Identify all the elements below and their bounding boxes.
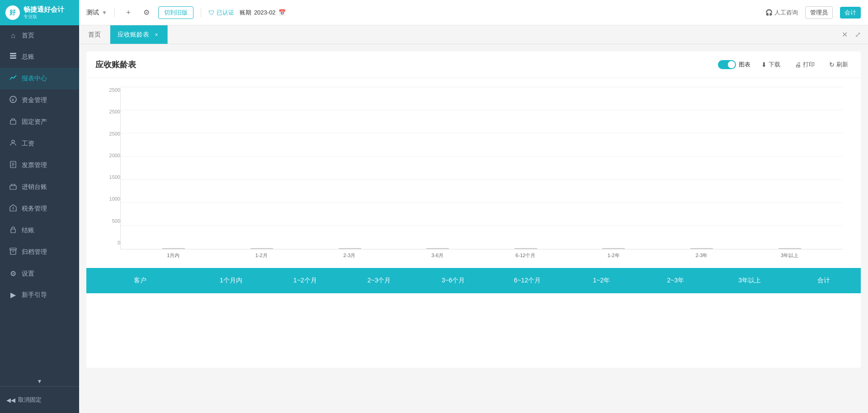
sidebar-item-assets[interactable]: 固定资产 [0,111,79,133]
tab-home[interactable]: 首页 [79,25,110,44]
report-header: 应收账龄表 图表 ⬇ 下载 🖨 [86,52,861,78]
sidebar-item-ledger[interactable]: 总账 [0,46,79,68]
th-2-3month: 2~3个月 [342,277,416,285]
x-label-1: 1月内 [129,252,217,259]
sidebar-item-invoice[interactable]: 发票管理 [0,155,79,176]
sidebar-logo: 好 畅捷通好会计 专业版 [0,0,79,25]
reports-icon [9,74,17,83]
add-button[interactable]: ＋ [122,6,135,19]
bar-1month [162,248,185,249]
payroll-icon [9,139,17,148]
scroll-down-indicator: ▼ [0,376,79,386]
tab-bar-actions: ✕ ⤢ [840,28,868,41]
chart-inner: 2500 2500 2500 2000 1500 1000 500 0 [100,87,843,259]
sidebar-item-home[interactable]: ⌂ 首页 [0,25,79,46]
sidebar-item-settings[interactable]: ⚙ 设置 [0,263,79,284]
assets-icon [9,117,17,127]
ledger-icon [9,52,17,61]
settings-gear-button[interactable]: ⚙ [140,6,153,19]
tab-ar-aging[interactable]: 应收账龄表 × [110,25,168,44]
bar-1-2year [602,248,625,249]
bar-1-2month [250,248,273,249]
bar-group-1-2year [570,248,658,249]
divider-1 [114,8,115,17]
chart-grid [120,87,843,249]
toggle-switch-button[interactable] [718,60,736,69]
topbar-right: 🎧 人工咨询 管理员 会计 [765,6,861,19]
archive-icon [9,248,17,257]
switch-version-button[interactable]: 切到旧版 [158,6,193,19]
sidebar-item-archive[interactable]: 归档管理 [0,241,79,263]
print-icon: 🖨 [795,61,801,68]
sidebar-item-payroll[interactable]: 工资 [0,133,79,155]
th-3plus-year: 3年以上 [712,277,787,285]
refresh-button[interactable]: ↻ 刷新 [826,59,852,70]
certified-badge: 🛡 已认证 [208,9,234,17]
cancel-fixed-button[interactable]: ◀◀ 取消固定 [0,391,79,408]
svg-rect-2 [10,57,16,59]
tab-close-button[interactable]: × [153,31,160,38]
sidebar-item-inventory[interactable]: 进销台账 [0,176,79,198]
download-button[interactable]: ⬇ 下载 [758,59,784,70]
chart-container: 2500 2500 2500 2000 1500 1000 500 0 [86,78,861,268]
sidebar-item-funds[interactable]: ¥ 资金管理 [0,89,79,111]
funds-icon: ¥ [9,96,17,105]
sidebar-bottom: ◀◀ 取消固定 [0,386,79,413]
x-label-5: 6-12个月 [481,252,570,259]
toggle-knob [728,61,735,68]
refresh-icon: ↻ [829,61,835,68]
bar-3plus-year [778,248,801,249]
role-button[interactable]: 会计 [840,7,861,19]
bar-group-3-6month [394,248,482,249]
download-icon: ⬇ [761,61,767,68]
chart-plot: 1月内 1-2月 2-3月 3-6月 6-12个月 1-2年 2-3年 3年以上 [120,87,843,259]
bar-3-6month [426,248,449,249]
logo-icon: 好 [5,5,20,20]
bar-2-3month [339,248,361,249]
dropdown-arrow-icon: ▼ [102,9,107,16]
sidebar-item-closing[interactable]: 结账 [0,220,79,241]
svg-point-6 [12,140,14,143]
bar-group-6-12month [482,248,570,249]
tab-bar: 首页 应收账龄表 × ✕ ⤢ [79,25,868,44]
bar-group-2-3month [306,248,394,249]
th-3-6month: 3~6个月 [416,277,491,285]
expand-tab-action-button[interactable]: ⤢ [853,28,863,41]
period-selector[interactable]: 账期 2023-02 📅 [240,9,286,17]
close-tab-action-button[interactable]: ✕ [840,28,849,41]
bar-2-3year [690,248,713,249]
sidebar-nav: ⌂ 首页 总账 报表中心 ¥ 资金管理 [0,25,79,376]
shield-icon: 🛡 [208,9,215,16]
bars-container [121,87,843,249]
bar-group-1-2month [218,248,306,249]
sidebar: 好 畅捷通好会计 专业版 ⌂ 首页 总账 报表中心 ¥ [0,0,79,413]
report-actions: 图表 ⬇ 下载 🖨 打印 ↻ 刷新 [718,59,852,70]
user-button[interactable]: 管理员 [805,6,833,19]
closing-icon [9,226,17,235]
sidebar-item-guide[interactable]: ▶ 新手引导 [0,284,79,305]
company-selector[interactable]: 测试 ▼ [86,9,107,17]
th-1-2month: 1~2个月 [268,277,342,285]
svg-rect-16 [10,250,16,254]
help-button[interactable]: 🎧 人工咨询 [765,9,798,17]
svg-rect-5 [10,120,16,124]
table-section: 客户 1个月内 1~2个月 2~3个月 3~6个月 6~12个月 1~2年 2~… [86,268,861,293]
page-content: 应收账龄表 图表 ⬇ 下载 🖨 [79,44,868,413]
chart-toggle: 图表 [718,60,750,69]
topbar: 测试 ▼ ＋ ⚙ 切到旧版 🛡 已认证 账期 2023-02 📅 🎧 人工咨询 … [79,0,868,25]
calendar-icon: 📅 [278,9,286,16]
svg-rect-0 [10,53,16,54]
sidebar-item-reports[interactable]: 报表中心 [0,68,79,89]
sidebar-item-tax[interactable]: 税务管理 [0,198,79,220]
chart-y-axis: 2500 2500 2500 2000 1500 1000 500 0 [100,87,120,259]
chart-x-labels: 1月内 1-2月 2-3月 3-6月 6-12个月 1-2年 2-3年 3年以上 [120,249,843,259]
x-label-3: 2-3月 [306,252,394,259]
chart-toggle-label: 图表 [739,61,750,69]
th-1-2year: 1~2年 [564,277,638,285]
svg-rect-11 [10,186,16,189]
bar-6-12month [514,248,537,249]
main-area: 测试 ▼ ＋ ⚙ 切到旧版 🛡 已认证 账期 2023-02 📅 🎧 人工咨询 … [79,0,868,413]
x-label-8: 3年以上 [745,252,834,259]
print-button[interactable]: 🖨 打印 [791,59,818,70]
svg-text:¥: ¥ [11,98,14,102]
